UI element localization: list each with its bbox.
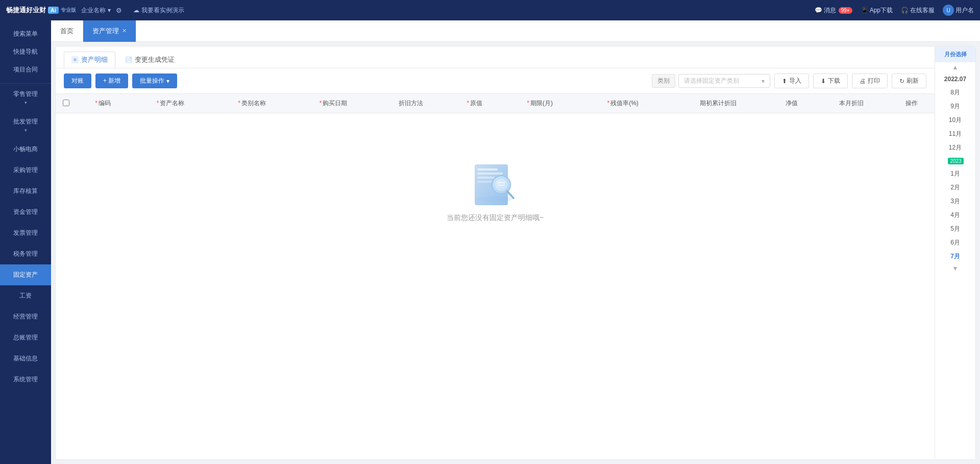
table-wrapper: *编码 *资产名称 *类别名称 *购买日期 折旧方法 *原值 *期限(月) *残… — [56, 94, 935, 459]
sidebar-item-tax[interactable]: 税务管理 — [0, 243, 51, 264]
col-code: *编码 — [76, 94, 130, 113]
month-item-10[interactable]: 10月 — [935, 113, 975, 127]
category-select[interactable]: 请选择固定资产类别 ▾ — [678, 74, 770, 88]
sidebar-item-inventory[interactable]: 库存核算 — [0, 181, 51, 202]
month-item-7[interactable]: 7月 — [935, 250, 975, 263]
main-panel: ≡ 资产明细 📄 变更生成凭证 对账 + 新增 批量操作 ▾ — [56, 46, 935, 459]
sidebar-item-quicknav[interactable]: 快捷导航 — [0, 43, 51, 60]
sidebar-item-project[interactable]: 项目合同 — [0, 61, 51, 78]
col-monthly-depreciation: 本月折旧 — [815, 94, 888, 113]
month-item-6[interactable]: 6月 — [935, 236, 975, 250]
topbar-right: 💬 消息 99+ 📱 App下载 🎧 在线客服 U 用户名 — [815, 5, 974, 16]
print-button[interactable]: 🖨 打印 — [852, 74, 888, 88]
month-item-8[interactable]: 8月 — [935, 86, 975, 100]
reconcile-button[interactable]: 对账 — [64, 74, 91, 88]
month-item-2[interactable]: 2月 — [935, 181, 975, 194]
col-depreciation-method: 折旧方法 — [374, 94, 448, 113]
month-item-3[interactable]: 3月 — [935, 194, 975, 208]
company-name: 企业名称 — [81, 6, 106, 15]
sidebar-item-purchase[interactable]: 采购管理 — [0, 160, 51, 181]
print-icon: 🖨 — [860, 78, 866, 85]
category-label: 类别 — [652, 74, 675, 88]
message-button[interactable]: 💬 消息 99+ — [815, 6, 852, 15]
sidebar-top: 搜索菜单 快捷导航 项目合同 — [0, 20, 51, 84]
month-item-5[interactable]: 5月 — [935, 222, 975, 236]
headset-icon: 🎧 — [901, 7, 909, 14]
refresh-icon: ↻ — [899, 78, 904, 85]
col-period: *期限(月) — [501, 94, 578, 113]
month-item-1[interactable]: 1月 — [935, 167, 975, 181]
sub-tabs: ≡ 资产明细 📄 变更生成凭证 — [56, 46, 935, 68]
sub-tab-asset-detail[interactable]: ≡ 资产明细 — [64, 52, 115, 68]
app-download-button[interactable]: 📱 App下载 — [861, 6, 893, 15]
col-original-value: *原值 — [448, 94, 501, 113]
chevron-right-icon: ▾ — [24, 128, 27, 133]
add-button[interactable]: + 新增 — [95, 74, 128, 88]
sidebar-item-operations[interactable]: 经营管理 — [0, 306, 51, 327]
message-badge: 99+ — [839, 7, 852, 14]
empty-illustration — [464, 154, 526, 205]
company-selector[interactable]: 企业名称 ▾ — [81, 6, 111, 15]
sidebar-item-salary[interactable]: 工资 — [0, 285, 51, 306]
empty-state: 当前您还没有固定资产明细哦~ — [56, 113, 935, 263]
online-service-button[interactable]: 🎧 在线客服 — [901, 6, 935, 15]
col-purchase-date: *购买日期 — [292, 94, 374, 113]
month-item-12[interactable]: 12月 — [935, 141, 975, 155]
tab-close-icon[interactable]: ✕ — [122, 28, 127, 34]
select-all-checkbox[interactable] — [63, 100, 69, 106]
tab-bar: 首页 资产管理 ✕ — [51, 20, 980, 42]
message-icon: 💬 — [815, 7, 822, 14]
col-residual-rate: *残值率(%) — [578, 94, 668, 113]
sidebar-menu: 零售管理 ▾ 批发管理 ▾ 小畅电商 采购管理 库存核算 资金管理 发票管理 — [0, 84, 51, 390]
list-icon: ≡ — [71, 56, 79, 63]
main-layout: 搜索菜单 快捷导航 项目合同 零售管理 ▾ 批发管理 ▾ 小畅电商 采购管理 库… — [0, 20, 980, 464]
sidebar-item-basic[interactable]: 基础信息 — [0, 348, 51, 369]
sidebar-item-retail[interactable]: 零售管理 ▾ — [0, 84, 51, 111]
phone-icon: 📱 — [861, 7, 868, 14]
page-content: ≡ 资产明细 📄 变更生成凭证 对账 + 新增 批量操作 ▾ — [55, 46, 976, 460]
month-item-9[interactable]: 9月 — [935, 100, 975, 113]
app-title: 畅捷通好业财 — [6, 6, 46, 15]
sidebar-item-system[interactable]: 系统管理 — [0, 369, 51, 390]
tab-asset-management[interactable]: 资产管理 ✕ — [83, 20, 136, 42]
gear-icon[interactable]: ⚙ — [116, 7, 122, 14]
col-action: 操作 — [889, 94, 935, 113]
svg-rect-3 — [477, 173, 503, 175]
refresh-button[interactable]: ↻ 刷新 — [892, 74, 926, 88]
batch-button[interactable]: 批量操作 ▾ — [132, 74, 177, 88]
download-button[interactable]: ⬇ 下载 — [813, 74, 848, 88]
demo-link[interactable]: ☁ 我要看实例演示 — [133, 6, 184, 15]
month-item-11[interactable]: 11月 — [935, 127, 975, 141]
import-button[interactable]: ⬆ 导入 — [774, 74, 809, 88]
doc-icon: 📄 — [125, 56, 132, 63]
cloud-icon: ☁ — [133, 7, 139, 14]
sidebar-item-ledger[interactable]: 总账管理 — [0, 327, 51, 348]
sidebar-item-ecommerce[interactable]: 小畅电商 — [0, 139, 51, 160]
sidebar-item-search[interactable]: 搜索菜单 — [0, 26, 51, 42]
toolbar: 对账 + 新增 批量操作 ▾ 类别 请选择固定资产类别 ▾ — [56, 68, 935, 94]
import-icon: ⬆ — [782, 78, 787, 85]
year-2023-badge: 2023 — [948, 158, 963, 164]
month-nav-down[interactable]: ▼ — [935, 263, 975, 274]
table-header: *编码 *资产名称 *类别名称 *购买日期 折旧方法 *原值 *期限(月) *残… — [56, 94, 935, 113]
sidebar-item-finance[interactable]: 资金管理 — [0, 202, 51, 223]
sidebar: 搜索菜单 快捷导航 项目合同 零售管理 ▾ 批发管理 ▾ 小畅电商 采购管理 库… — [0, 20, 51, 464]
asset-table: *编码 *资产名称 *类别名称 *购买日期 折旧方法 *原值 *期限(月) *残… — [56, 94, 935, 113]
user-avatar: U — [943, 5, 954, 16]
select-all-col — [56, 94, 76, 113]
sidebar-item-wholesale[interactable]: 批发管理 ▾ — [0, 111, 51, 139]
col-category: *类别名称 — [211, 94, 292, 113]
month-panel-title: 月份选择 — [935, 46, 975, 62]
month-current-year[interactable]: 2022.07 — [935, 72, 975, 86]
sidebar-item-invoice[interactable]: 发票管理 — [0, 223, 51, 243]
month-nav-up[interactable]: ▲ — [935, 62, 975, 72]
month-item-4[interactable]: 4月 — [935, 208, 975, 222]
col-accumulated-depreciation: 期初累计折旧 — [667, 94, 769, 113]
col-net-value: 净值 — [769, 94, 815, 113]
app-subtitle: 专业版 — [61, 7, 76, 14]
sub-tab-change-voucher[interactable]: 📄 变更生成凭证 — [117, 52, 182, 68]
download-icon: ⬇ — [821, 78, 826, 85]
user-menu[interactable]: U 用户名 — [943, 5, 974, 16]
tab-home[interactable]: 首页 — [51, 20, 83, 42]
sidebar-item-assets[interactable]: 固定资产 — [0, 264, 51, 285]
